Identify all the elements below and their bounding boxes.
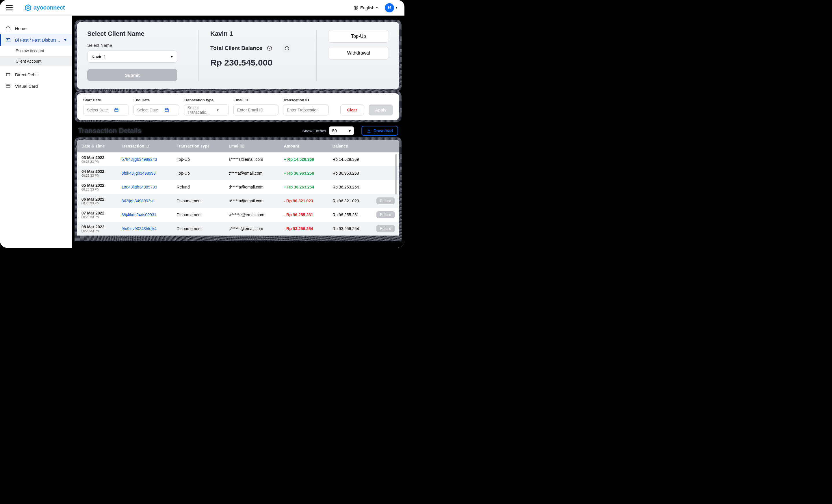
sidebar: Home Bi Fast / Fast Disburs... ▾ Escrow … (0, 16, 72, 248)
logo-icon (24, 4, 32, 11)
sidebar-sub-escrow[interactable]: Escrow account (0, 46, 72, 56)
row-time: 06:26:33 PM (81, 215, 112, 219)
chevron-down-icon: ▾ (349, 129, 351, 133)
row-time: 06:26:33 PM (81, 201, 112, 205)
svg-rect-7 (165, 109, 168, 112)
row-date: 07 Mar 2022 (81, 211, 112, 215)
show-entries-label: Show Entries (303, 129, 326, 133)
refund-button[interactable]: Refund (376, 197, 395, 204)
topup-button[interactable]: Top-Up (328, 30, 389, 43)
transaction-id-label: Transcation ID (283, 98, 329, 102)
select-client-title: Select Client Name (87, 30, 187, 37)
transaction-id-link[interactable]: 18843ijgb34985739 (122, 185, 157, 189)
transaction-id-link[interactable]: 88j4ikds94os00931 (122, 213, 157, 217)
row-date: 06 Mar 2022 (81, 197, 112, 201)
row-email: d*****a@email.com (224, 180, 279, 194)
svg-rect-3 (6, 73, 10, 76)
sidebar-sub-client-account[interactable]: Client Account (0, 56, 72, 66)
refresh-icon[interactable] (283, 44, 291, 53)
chevron-down-icon: ▾ (396, 6, 397, 9)
submit-button[interactable]: Submit (87, 69, 177, 81)
transaction-type-label: Transcation type (184, 98, 229, 102)
col-email: Email ID (224, 140, 279, 152)
app-header: ayoconnect English ▾ R ▾ (0, 0, 405, 16)
transaction-type-select[interactable]: Select Transcatio... ▾ (184, 105, 229, 115)
sidebar-item-virtual-card[interactable]: Virtual Card (0, 80, 72, 92)
row-balance: Rp 14.528.369 (328, 152, 372, 166)
row-date: 04 Mar 2022 (81, 169, 112, 174)
main-content: Select Client Name Select Name Kavin 1 ▾… (72, 16, 405, 248)
row-balance: Rp 96.255.231 (328, 208, 372, 222)
row-balance: Rp 36.963.258 (328, 166, 372, 180)
transaction-id-link[interactable]: 9tu9iov90243hfdjk4 (122, 226, 157, 231)
row-balance: Rp 93.256.254 (328, 222, 372, 235)
row-amount: + Rp 36.963.258 (284, 171, 314, 175)
filter-panel: Start Date Select Date End Date Select D… (77, 93, 399, 120)
transaction-id-field[interactable] (287, 108, 319, 112)
row-email: t*****a@email.com (224, 166, 279, 180)
sidebar-item-home[interactable]: Home (0, 23, 72, 34)
brand-text: ayoconnect (33, 4, 65, 11)
client-name-display: Kavin 1 (210, 30, 305, 37)
row-type: Disbursement (172, 222, 224, 235)
transaction-id-link[interactable]: 57843ijgb34989243 (122, 157, 157, 162)
transaction-id-link[interactable]: 843ijgb3498993sn (122, 199, 155, 203)
table-row: 04 Mar 202206:26:33 PM 8fdk43ijgb3498993… (77, 166, 399, 180)
calendar-icon (164, 108, 169, 112)
refund-button[interactable]: Refund (376, 211, 395, 218)
disbursement-icon (5, 37, 11, 43)
table-row: 05 Mar 202206:26:33 PM 18843ijgb34985739… (77, 180, 399, 194)
row-email: s*****s@email.com (224, 152, 279, 166)
table-row: 08 Mar 202206:26:33 PM 9tu9iov90243hfdjk… (77, 222, 399, 235)
row-amount: + Rp 36.263.254 (284, 185, 314, 189)
globe-icon (353, 5, 359, 10)
sidebar-sub-label: Escrow account (16, 49, 44, 53)
transaction-id-input[interactable] (283, 105, 329, 115)
info-icon[interactable] (266, 45, 273, 51)
refund-button[interactable]: Refund (376, 225, 395, 232)
sidebar-item-direct-debit[interactable]: Direct Debit (0, 69, 72, 80)
client-name-select[interactable]: Kavin 1 ▾ (87, 51, 177, 63)
entries-select[interactable]: 50 ▾ (329, 127, 354, 135)
language-selector[interactable]: English ▾ (353, 5, 378, 10)
hamburger-menu-icon[interactable] (6, 5, 13, 10)
clear-button[interactable]: Clear (340, 105, 364, 115)
email-input[interactable] (233, 105, 279, 115)
email-field[interactable] (237, 108, 268, 112)
row-time: 06:26:33 PM (81, 188, 112, 191)
col-amount: Amount (279, 140, 328, 152)
row-date: 05 Mar 2022 (81, 183, 112, 188)
start-date-input[interactable]: Select Date (83, 105, 129, 115)
calendar-icon (114, 108, 119, 112)
svg-rect-6 (115, 109, 118, 112)
user-menu[interactable]: R ▾ (385, 3, 397, 12)
table-row: 03 Mar 202206:26:33 PM 57843ijgb34989243… (77, 152, 399, 166)
entries-value: 50 (332, 129, 337, 133)
sidebar-item-label: Direct Debit (15, 72, 37, 77)
scrollbar[interactable] (395, 154, 397, 215)
withdrawal-button[interactable]: Withdrawal (328, 47, 389, 59)
placeholder-text: Select Date (87, 108, 108, 112)
transaction-id-link[interactable]: 8fdk43ijgb3498993 (122, 171, 156, 175)
end-date-input[interactable]: Select Date (133, 105, 179, 115)
table-row: 07 Mar 202206:26:33 PM 88j4ikds94os00931… (77, 208, 399, 222)
brand-logo[interactable]: ayoconnect (24, 4, 65, 11)
balance-label: Total Client Balance (210, 45, 262, 51)
apply-button[interactable]: Apply (369, 105, 393, 115)
col-type: Transaction Type (172, 140, 224, 152)
row-balance: Rp 96.321.023 (328, 194, 372, 208)
col-balance: Balance (328, 140, 372, 152)
start-date-label: Start Date (83, 98, 129, 102)
end-date-label: End Date (133, 98, 179, 102)
row-amount: - Rp 96.321.023 (284, 199, 313, 203)
sidebar-item-bifast[interactable]: Bi Fast / Fast Disburs... ▾ (0, 34, 72, 46)
table-row: 06 Mar 202206:26:33 PM 843ijgb3498993sn … (77, 194, 399, 208)
download-label: Download (373, 129, 393, 133)
placeholder-text: Select Date (137, 108, 158, 112)
row-email: c*****s@email.com (224, 222, 279, 235)
sidebar-item-label: Bi Fast / Fast Disburs... (15, 37, 60, 43)
download-button[interactable]: Download (361, 126, 398, 136)
row-type: Top-Up (172, 166, 224, 180)
row-type: Disbursement (172, 208, 224, 222)
row-type: Top-Up (172, 152, 224, 166)
